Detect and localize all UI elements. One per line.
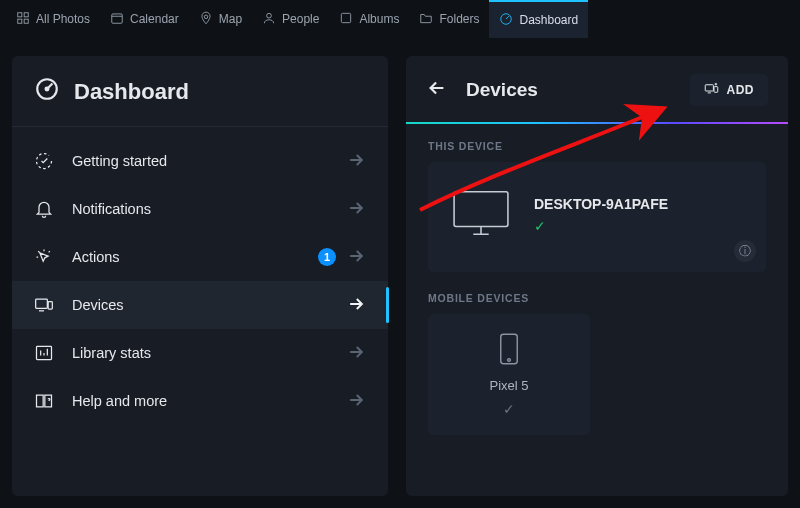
add-label: ADD: [727, 83, 755, 97]
dashboard-menu: Getting started Notifications Actions 1 …: [12, 137, 388, 425]
nav-people[interactable]: People: [252, 0, 329, 38]
nav-label: Calendar: [130, 12, 179, 26]
nav-label: All Photos: [36, 12, 90, 26]
menu-notifications[interactable]: Notifications: [12, 185, 388, 233]
section-this-device: THIS DEVICE: [406, 138, 788, 162]
book-help-icon: [34, 391, 54, 411]
svg-point-5: [204, 15, 208, 19]
monitor-icon: [450, 188, 512, 242]
info-button[interactable]: ⓘ: [734, 240, 756, 262]
map-pin-icon: [199, 11, 213, 28]
svg-point-18: [508, 359, 511, 362]
nav-folders[interactable]: Folders: [409, 0, 489, 38]
badge-count: 1: [318, 248, 336, 266]
chevron-right-icon: [346, 294, 366, 317]
chevron-right-icon: [346, 150, 366, 173]
chevron-right-icon: [346, 390, 366, 413]
divider: [12, 126, 388, 127]
nav-all-photos[interactable]: All Photos: [6, 0, 100, 38]
nav-calendar[interactable]: Calendar: [100, 0, 189, 38]
svg-rect-7: [342, 13, 351, 22]
add-device-button[interactable]: ADD: [690, 74, 769, 106]
menu-label: Help and more: [72, 393, 346, 409]
menu-label: Getting started: [72, 153, 346, 169]
chevron-right-icon: [346, 342, 366, 365]
gauge-icon: [499, 12, 513, 29]
svg-point-10: [46, 88, 49, 91]
devices-icon: [34, 295, 54, 315]
svg-rect-11: [36, 299, 48, 308]
svg-rect-0: [18, 12, 22, 16]
menu-label: Actions: [72, 249, 318, 265]
device-name: Pixel 5: [489, 378, 528, 393]
nav-map[interactable]: Map: [189, 0, 252, 38]
stats-icon: [34, 343, 54, 363]
check-circle-icon: [34, 151, 54, 171]
menu-devices[interactable]: Devices: [12, 281, 388, 329]
nav-label: Folders: [439, 12, 479, 26]
cursor-click-icon: [34, 247, 54, 267]
bell-icon: [34, 199, 54, 219]
phone-icon: [498, 332, 520, 370]
menu-help[interactable]: Help and more: [12, 377, 388, 425]
menu-label: Notifications: [72, 201, 346, 217]
nav-albums[interactable]: Albums: [329, 0, 409, 38]
svg-rect-3: [24, 19, 28, 23]
folder-icon: [419, 11, 433, 28]
menu-getting-started[interactable]: Getting started: [12, 137, 388, 185]
back-button[interactable]: [426, 77, 448, 103]
chevron-right-icon: [346, 246, 366, 269]
grid-icon: [16, 11, 30, 28]
device-name: DESKTOP-9A1PAFE: [534, 196, 668, 212]
chevron-right-icon: [346, 198, 366, 221]
section-mobile-devices: MOBILE DEVICES: [406, 290, 788, 314]
menu-label: Devices: [72, 297, 346, 313]
menu-label: Library stats: [72, 345, 346, 361]
panel-title: Dashboard: [12, 56, 388, 126]
svg-rect-14: [705, 85, 713, 91]
svg-rect-16: [454, 192, 508, 227]
svg-point-6: [267, 13, 272, 18]
calendar-icon: [110, 11, 124, 28]
mobile-device-card[interactable]: Pixel 5 ✓: [428, 314, 590, 435]
gauge-icon: [34, 76, 60, 108]
nav-label: Map: [219, 12, 242, 26]
devices-add-icon: [704, 81, 719, 99]
dashboard-panel: Dashboard Getting started Notifications …: [12, 56, 388, 496]
svg-rect-12: [48, 302, 52, 310]
nav-label: People: [282, 12, 319, 26]
nav-dashboard[interactable]: Dashboard: [489, 0, 588, 38]
svg-rect-1: [24, 12, 28, 16]
svg-rect-2: [18, 19, 22, 23]
svg-rect-15: [714, 87, 718, 93]
menu-library-stats[interactable]: Library stats: [12, 329, 388, 377]
check-icon: ✓: [503, 401, 515, 417]
devices-panel: Devices ADD THIS DEVICE DESKTOP-9A1PAFE …: [406, 56, 788, 496]
nav-label: Dashboard: [519, 13, 578, 27]
user-icon: [262, 11, 276, 28]
check-icon: ✓: [534, 218, 668, 234]
nav-label: Albums: [359, 12, 399, 26]
panel-title: Devices: [466, 79, 690, 101]
accent-underline: [406, 122, 788, 124]
svg-rect-4: [112, 13, 123, 22]
top-nav: All Photos Calendar Map People Albums Fo…: [0, 0, 800, 38]
this-device-card[interactable]: DESKTOP-9A1PAFE ✓ ⓘ: [428, 162, 766, 272]
menu-actions[interactable]: Actions 1: [12, 233, 388, 281]
album-icon: [339, 11, 353, 28]
